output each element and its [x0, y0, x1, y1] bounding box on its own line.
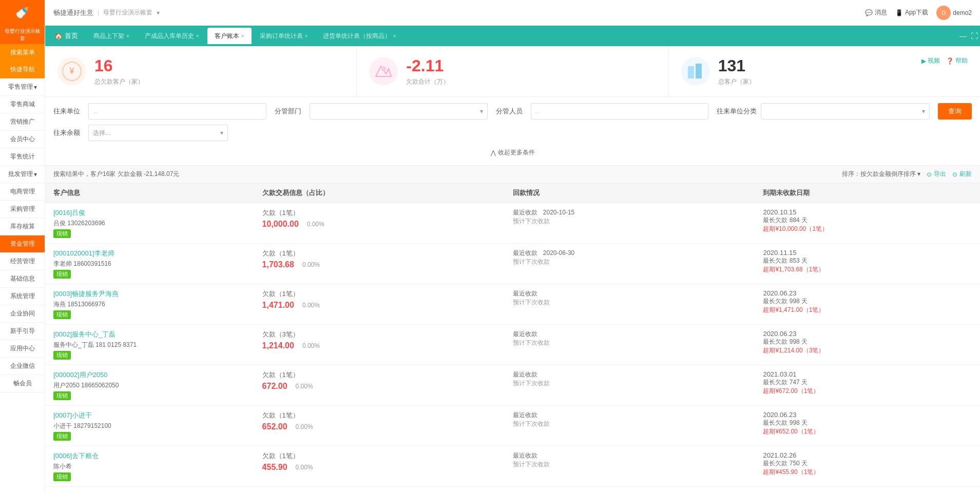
debt-amount-6[interactable]: 455.90 — [262, 463, 287, 472]
tab-products[interactable]: 商品上下架 × — [86, 28, 137, 44]
sort-icon[interactable]: ▾ — [917, 170, 920, 178]
svg-text:¥: ¥ — [69, 67, 74, 75]
customer-name-4[interactable]: [000002]用户2050 — [53, 370, 262, 380]
export-btn[interactable]: ⊙ 导出 — [927, 170, 946, 179]
sidebar-item-ecommerce[interactable]: 电商管理 — [0, 183, 45, 201]
stat-card-debt-total: -2.11 欠款合计（万） — [357, 46, 668, 96]
expiry-overdue-5[interactable]: 超期¥652.00（1笔） — [763, 427, 972, 436]
tab-production[interactable]: 产成品入库单历史 × — [138, 28, 206, 44]
customer-phone-1: 李老师 18600391516 — [53, 260, 262, 268]
debt-amount-2[interactable]: 1,471.00 — [262, 301, 294, 310]
tab-purchase-order-close[interactable]: × — [305, 33, 308, 39]
customer-tag-4: 现销 — [53, 391, 71, 400]
sidebar-item-basic-info[interactable]: 基础信息 — [0, 270, 45, 288]
table-row: [0002]服务中心_丁磊 服务中心_丁磊 181 0125 8371 现销 欠… — [45, 325, 980, 365]
help-btn[interactable]: ❓ 帮助 — [946, 56, 968, 65]
supplier-input[interactable]: ... — [88, 103, 266, 120]
sidebar-item-batch-mgmt[interactable]: 批发管理 ▾ — [0, 166, 45, 183]
filter-area: 往来单位 ... 分管部门 ▾ 分管人员 — [45, 97, 980, 166]
tab-home[interactable]: 🏠 首页 — [47, 28, 85, 44]
sidebar-item-finance[interactable]: 资金管理 — [0, 235, 45, 253]
dropdown-icon[interactable]: ▾ — [157, 9, 160, 16]
debt-amount-5[interactable]: 652.00 — [262, 422, 287, 431]
department-select[interactable]: ▾ — [310, 103, 488, 120]
user-avatar-btn[interactable]: D demo2 — [936, 6, 972, 20]
sidebar-item-app-center[interactable]: 应用中心 — [0, 340, 45, 358]
expiry-overdue-4[interactable]: 超期¥672.00（1笔） — [763, 387, 972, 396]
tab-purchase-order[interactable]: 采购订单统计表 × — [253, 28, 315, 44]
filter-row-2: 往来余额 选择... ▾ — [53, 125, 228, 141]
customer-tag-6: 现销 — [53, 472, 71, 481]
sidebar-item-purchase-mgmt[interactable]: 采购管理 — [0, 201, 45, 218]
sidebar-item-retail-mgmt[interactable]: 零售管理 ▾ — [0, 78, 45, 96]
sidebar-item-retail-stats[interactable]: 零售统计 — [0, 148, 45, 166]
debt-amount-0[interactable]: 10,000.00 — [262, 220, 299, 229]
collapse-btn[interactable]: ⋀ 收起更多条件 — [491, 148, 535, 157]
sidebar-item-member[interactable]: 畅会员 — [0, 375, 45, 392]
customer-name-0[interactable]: [0016]吕俊 — [53, 208, 262, 218]
message-icon: 💬 — [865, 9, 873, 16]
debt-info-0: 欠款（1笔） 10,000.00 0.00% — [262, 208, 513, 231]
customer-name-2[interactable]: [0003]畅捷服务尹海燕 — [53, 289, 262, 299]
balance-select[interactable]: 选择... ▾ — [88, 125, 228, 141]
tab-customer-account-close[interactable]: × — [241, 33, 244, 39]
customer-name-3[interactable]: [0002]服务中心_丁磊 — [53, 330, 262, 339]
filter-balance: 往来余额 选择... ▾ — [53, 125, 228, 141]
return-date-5: 最近收款 — [513, 411, 763, 420]
app-download-btn[interactable]: 📱 App下载 — [895, 8, 928, 17]
manager-input[interactable]: ... — [531, 103, 709, 120]
debt-info-5: 欠款（1笔） 652.00 0.00% — [262, 411, 513, 433]
maximize-icon[interactable]: ⛶ — [971, 32, 978, 40]
tab-purchase-stats-close[interactable]: × — [393, 33, 396, 39]
expiry-overdue-6[interactable]: 超期¥455.90（1笔） — [763, 468, 972, 477]
sidebar-item-marketing[interactable]: 营销推广 — [0, 113, 45, 131]
debt-amount-4[interactable]: 672.00 — [262, 382, 287, 391]
search-menu-item[interactable]: 搜索菜单 — [0, 44, 45, 61]
customer-phone-5: 小进干 18279152100 — [53, 422, 262, 430]
tab-production-close[interactable]: × — [196, 33, 199, 39]
search-button[interactable]: 查询 — [938, 103, 972, 120]
expiry-date-1: 2020.11.15 — [763, 249, 972, 257]
return-next-2: 预计下次收款 — [513, 298, 763, 307]
sidebar: 🍼 母婴行业演示账套 搜索菜单 快捷导航 零售管理 ▾ 零售商城 营销推广 会员… — [0, 0, 45, 493]
expiry-overdue-3[interactable]: 超期¥1,214.00（3笔） — [763, 346, 972, 355]
customer-name-5[interactable]: [0007]小进干 — [53, 411, 262, 420]
sidebar-item-member-center[interactable]: 会员中心 — [0, 131, 45, 148]
minimize-icon[interactable]: — — [959, 32, 967, 40]
video-btn[interactable]: ▶ 视频 — [921, 56, 940, 65]
return-date-0: 最近收款 2020-10-15 — [513, 208, 763, 217]
tab-products-close[interactable]: × — [126, 33, 129, 39]
debt-amount-3[interactable]: 1,214.00 — [262, 341, 294, 350]
expiry-overdue-0[interactable]: 超期¥10,000.00（1笔） — [763, 225, 972, 233]
help-icon: ❓ — [946, 57, 954, 65]
topbar-right: 💬 消息 📱 App下载 D demo2 — [865, 6, 972, 20]
tab-purchase-stats[interactable]: 进货单统计表（按商品） × — [316, 28, 403, 44]
export-icon: ⊙ — [927, 171, 932, 178]
customer-name-1[interactable]: [0001020001]李老师 — [53, 249, 262, 258]
customer-info-1: [0001020001]李老师 李老师 18600391516 现销 — [53, 249, 262, 279]
tab-customer-account[interactable]: 客户账本 × — [207, 28, 252, 44]
expiry-date-3: 2020.06.23 — [763, 330, 972, 338]
refresh-btn[interactable]: ⊙ 刷新 — [952, 170, 972, 179]
brand-name: 母婴行业演示账套 — [0, 26, 45, 44]
expiry-overdue-1[interactable]: 超期¥1,703.68（1笔） — [763, 265, 972, 274]
debt-percent-1: 0.00% — [302, 261, 320, 268]
topbar-left: 畅捷通好生意 | 母婴行业演示账套 ▾ — [53, 8, 160, 17]
category-select[interactable]: ▾ — [761, 103, 930, 120]
sidebar-item-enterprise-wx[interactable]: 企业微信 — [0, 358, 45, 375]
sidebar-item-new-guide[interactable]: 新手引导 — [0, 323, 45, 340]
expiry-info-0: 2020.10.15 最长欠款 884 天 超期¥10,000.00（1笔） — [763, 208, 972, 233]
debt-percent-6: 0.00% — [296, 464, 313, 471]
sidebar-item-retail-store[interactable]: 零售商城 — [0, 96, 45, 113]
quick-nav-item[interactable]: 快捷导航 — [0, 61, 45, 78]
expiry-overdue-2[interactable]: 超期¥1,471.00（1笔） — [763, 306, 972, 314]
debt-amount-row-4: 672.00 0.00% — [262, 380, 513, 393]
customer-name-6[interactable]: [0006]去下粮仓 — [53, 451, 262, 461]
sidebar-item-business[interactable]: 经营管理 — [0, 253, 45, 270]
expiry-info-5: 2020.06.23 最长欠款 998 天 超期¥652.00（1笔） — [763, 411, 972, 436]
sidebar-item-enterprise-coop[interactable]: 企业协同 — [0, 305, 45, 323]
sidebar-item-inventory[interactable]: 库存核算 — [0, 218, 45, 235]
debt-amount-1[interactable]: 1,703.68 — [262, 260, 294, 269]
sidebar-item-system[interactable]: 系统管理 — [0, 288, 45, 305]
message-btn[interactable]: 💬 消息 — [865, 8, 887, 17]
